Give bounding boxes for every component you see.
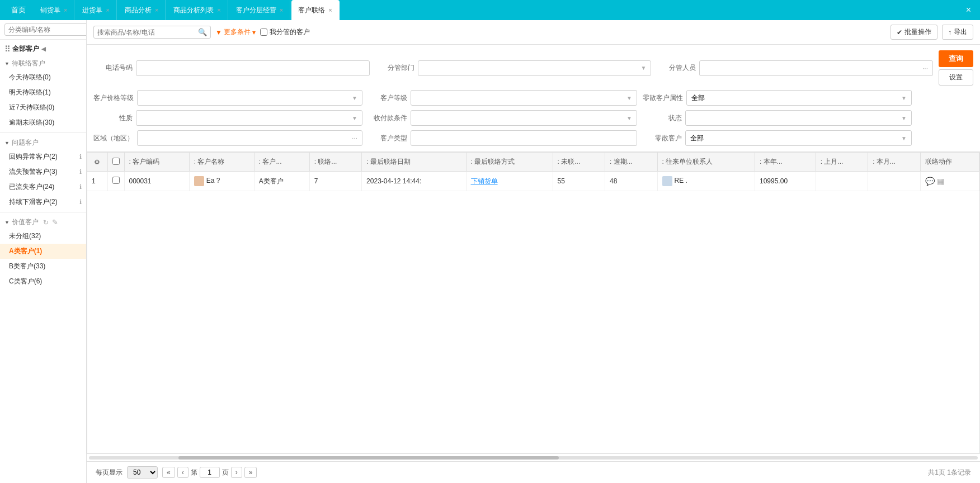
chat-action-icon[interactable]: 💬 <box>925 177 935 186</box>
page-size-select[interactable]: 102050100 <box>127 466 158 479</box>
col-level[interactable]: : 客户... <box>254 153 309 172</box>
info-icon-repurchase: ℹ <box>79 153 82 160</box>
cell-code: 000031 <box>124 172 189 191</box>
filter-payment: 收付款条件 ▼ <box>368 110 637 126</box>
filter-person-input[interactable]: ··· <box>699 60 933 76</box>
sidebar-item-classA[interactable]: A类客户(1) <box>0 244 86 259</box>
more-conditions-btn[interactable]: ▼ 更多条件 ▾ <box>215 27 256 37</box>
horizontal-scrollbar[interactable] <box>87 453 980 461</box>
refresh-value-group-icon[interactable]: ↻ <box>43 219 49 226</box>
next-page-btn[interactable]: › <box>231 467 242 478</box>
pending-contact-group[interactable]: ▼ 待联络客户 <box>0 56 86 70</box>
all-customers-header[interactable]: ⠿ 全部客户 ◀ <box>0 40 86 56</box>
filter-phone-input[interactable] <box>136 60 370 76</box>
my-customers-checkbox[interactable] <box>260 29 267 36</box>
close-customer-contact-tab[interactable]: × <box>328 7 332 13</box>
nature-chevron-icon: ▼ <box>352 115 357 121</box>
col-settings[interactable]: ⚙ <box>87 153 107 172</box>
filter-customer-type-input[interactable] <box>411 130 637 146</box>
col-this-year[interactable]: : 本年... <box>755 153 816 172</box>
sidebar-item-today[interactable]: 今天待联络(0) <box>0 70 86 85</box>
sidebar-item-week[interactable]: 近7天待联络(0) <box>0 100 86 115</box>
col-name[interactable]: : 客户名称 <box>189 153 254 172</box>
select-all-checkbox[interactable] <box>112 158 120 165</box>
filter-search-input[interactable] <box>97 29 198 36</box>
scrollbar-thumb[interactable] <box>178 456 559 460</box>
cell-last-contact-method: 下销货单 <box>466 172 553 191</box>
filter-price-level-input[interactable]: ▼ <box>137 90 362 106</box>
sidebar-item-tomorrow[interactable]: 明天待联络(1) <box>0 85 86 100</box>
sidebar-item-declining[interactable]: 持续下滑客户(2) ℹ <box>0 195 86 210</box>
sidebar-search-input[interactable] <box>4 23 87 36</box>
filter-status-input[interactable]: ▼ <box>685 110 912 126</box>
close-sales-tab[interactable]: × <box>64 7 67 13</box>
col-not-contacted[interactable]: : 未联... <box>553 153 605 172</box>
settings-button[interactable]: 设置 <box>939 69 973 86</box>
col-last-month[interactable]: : 上月... <box>816 153 868 172</box>
sidebar-item-classC[interactable]: C类客户(6) <box>0 274 86 289</box>
table-body: 1 000031 Ea ? A类客户 7 2023-04-12 14:44: 下… <box>87 172 979 191</box>
status-chevron-icon: ▼ <box>901 115 907 121</box>
sidebar-item-classB[interactable]: B类客户(33) <box>0 259 86 274</box>
close-all-icon[interactable]: × <box>962 5 976 15</box>
nav-tab-sales[interactable]: 销货单 × <box>34 0 74 20</box>
nav-tab-purchase[interactable]: 进货单 × <box>76 0 116 20</box>
filter-status: 状态 ▼ <box>643 110 912 126</box>
problem-customers-group[interactable]: ▼ 问题客户 <box>0 135 86 149</box>
edit-value-group-icon[interactable]: ✎ <box>52 218 58 226</box>
sidebar-item-overdue[interactable]: 逾期未联络(30) <box>0 115 86 130</box>
filter-dept-input[interactable]: ▼ <box>418 60 652 76</box>
col-code[interactable]: : 客户编码 <box>124 153 189 172</box>
info-icon-lost: ℹ <box>79 183 82 191</box>
cell-seq: 1 <box>87 172 107 191</box>
col-contact-person[interactable]: : 往来单位联系人 <box>657 153 755 172</box>
sidebar-item-repurchase[interactable]: 回购异常客户(2) ℹ <box>0 149 86 164</box>
filter-person: 分管人员 ··· <box>657 60 933 76</box>
scrollbar-track[interactable] <box>89 456 978 460</box>
batch-op-button[interactable]: ✔ 批量操作 <box>891 25 937 40</box>
sidebar-item-lost[interactable]: 已流失客户(24) ℹ <box>0 179 86 195</box>
close-purchase-tab[interactable]: × <box>106 7 109 13</box>
filter-scatter-input[interactable]: 全部 ▼ <box>685 130 912 146</box>
adv-filter-row-4: 区域（地区） ··· 客户类型 零散客户 全部 ▼ <box>93 130 973 146</box>
nav-tab-analysis[interactable]: 商品分析 × <box>118 0 166 20</box>
last-page-btn[interactable]: » <box>244 467 257 478</box>
contact-method-link[interactable]: 下销货单 <box>471 177 498 185</box>
close-analysis-tab[interactable]: × <box>155 7 158 13</box>
page-number-input[interactable] <box>200 467 220 478</box>
prev-page-btn[interactable]: ‹ <box>177 467 189 478</box>
filter-search-icon[interactable]: 🔍 <box>198 28 207 36</box>
qr-action-icon[interactable]: ▦ <box>937 177 944 186</box>
filter-payment-input[interactable]: ▼ <box>411 110 637 126</box>
nav-tab-customer-contact[interactable]: 客户联络 × <box>291 0 339 20</box>
close-analysis-list-tab[interactable]: × <box>217 7 220 13</box>
value-customers-group[interactable]: ▼ 价值客户 ↻ ✎ <box>0 215 86 229</box>
row-checkbox[interactable] <box>112 177 120 184</box>
export-button[interactable]: ↑ 导出 <box>942 25 973 40</box>
col-overdue[interactable]: : 逾期... <box>605 153 657 172</box>
filter-customer-level-input[interactable]: ▼ <box>411 90 637 106</box>
nav-tab-customer-layer[interactable]: 客户分层经营 × <box>229 0 290 20</box>
col-last-contact-date[interactable]: : 最后联络日期 <box>362 153 466 172</box>
nav-home[interactable]: 首页 <box>4 5 32 15</box>
query-button[interactable]: 查询 <box>939 50 973 67</box>
col-contact-count[interactable]: : 联络... <box>309 153 361 172</box>
sidebar-item-churn[interactable]: 流失预警客户(3) ℹ <box>0 164 86 179</box>
col-last-contact-method[interactable]: : 最后联络方式 <box>466 153 553 172</box>
filter-buttons: 查询 设置 <box>939 50 973 86</box>
filter-region-input[interactable]: ··· <box>137 130 362 146</box>
nav-tab-analysis-list[interactable]: 商品分析列表 × <box>167 0 228 20</box>
sidebar-item-ungroup[interactable]: 未分组(32) <box>0 229 86 244</box>
close-customer-layer-tab[interactable]: × <box>280 7 283 13</box>
my-customers-checkbox-area[interactable]: 我分管的客户 <box>260 27 310 37</box>
pagination-bar: 每页显示 102050100 « ‹ 第 页 › » 共1页 1条记录 <box>87 461 980 483</box>
filter-nature-input[interactable]: ▼ <box>136 110 362 126</box>
col-this-month[interactable]: : 本月... <box>868 153 920 172</box>
filter-scatter-attr-input[interactable]: 全部 ▼ <box>686 90 912 106</box>
sidebar-collapse-btn[interactable]: ◀ <box>41 46 46 52</box>
settings-icon[interactable]: ⚙ <box>94 158 100 166</box>
cell-level: A类客户 <box>254 172 309 191</box>
first-page-btn[interactable]: « <box>162 467 175 478</box>
adv-filter-row-1: 电话号码 分管部门 ▼ 分管人员 ··· <box>93 50 973 86</box>
cell-not-contacted: 55 <box>553 172 605 191</box>
